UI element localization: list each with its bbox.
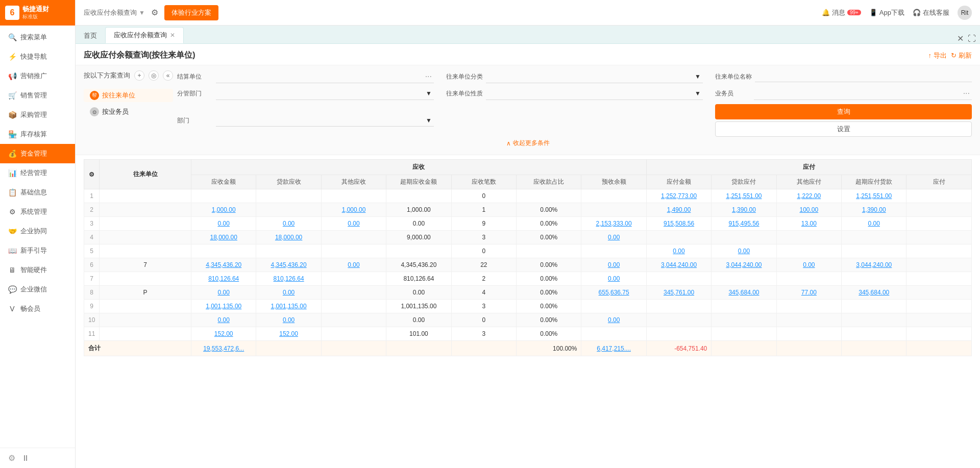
cell-row9-col2[interactable]: 0.00 bbox=[191, 313, 256, 327]
tab-home[interactable]: 首页 bbox=[76, 28, 105, 43]
sidebar-item-search[interactable]: 🔍 搜索菜单 bbox=[0, 28, 75, 47]
cell-row10-col8[interactable] bbox=[581, 327, 646, 341]
sidebar-item-management[interactable]: 📊 经营管理 bbox=[0, 163, 75, 183]
cell-row7-col8[interactable]: 655,636.75 bbox=[581, 286, 646, 300]
cell-row6-col3[interactable]: 810,126.64 bbox=[256, 272, 321, 286]
cell-row5-col8[interactable]: 0.00 bbox=[581, 258, 646, 272]
edit-scheme-btn[interactable]: ◎ bbox=[149, 70, 159, 81]
cell-row3-col11[interactable] bbox=[776, 231, 841, 244]
cell-row1-col10[interactable]: 1,390.00 bbox=[712, 203, 776, 217]
tab-close-icon[interactable]: ✕ bbox=[170, 32, 175, 39]
cell-row4-col2[interactable] bbox=[191, 244, 256, 258]
department-select[interactable]: ▼ bbox=[216, 114, 434, 127]
cell-row1-col9[interactable]: 1,490.00 bbox=[646, 203, 711, 217]
cell-row8-col3[interactable]: 1,001,135.00 bbox=[256, 300, 321, 313]
notification-action[interactable]: 🔔 消息 99+ bbox=[822, 8, 861, 17]
cell-row3-col8[interactable]: 0.00 bbox=[581, 231, 646, 244]
cell-row2-col11[interactable]: 13.00 bbox=[776, 217, 841, 231]
cell-row2-col9[interactable]: 915,508.56 bbox=[646, 217, 711, 231]
cell-row8-col4[interactable] bbox=[321, 300, 386, 313]
cell-row1-col3[interactable] bbox=[256, 203, 321, 217]
cell-row6-col4[interactable] bbox=[321, 272, 386, 286]
cell-row2-col3[interactable]: 0.00 bbox=[256, 217, 321, 231]
sidebar-item-wechat[interactable]: 💬 企业微信 bbox=[0, 280, 75, 299]
salesperson-select[interactable]: ··· bbox=[754, 87, 972, 100]
app-download-action[interactable]: 📱 App下载 bbox=[869, 8, 904, 17]
cell-row0-col10[interactable]: 1,251,551.00 bbox=[712, 189, 776, 203]
cell-row3-col4[interactable] bbox=[321, 231, 386, 244]
cell-row5-col3[interactable]: 4,345,436.20 bbox=[256, 258, 321, 272]
header-dropdown-icon[interactable]: ▼ bbox=[139, 9, 145, 16]
cell-row8-col11[interactable] bbox=[776, 300, 841, 313]
cell-row2-col4[interactable]: 0.00 bbox=[321, 217, 386, 231]
cell-row5-col4[interactable]: 0.00 bbox=[321, 258, 386, 272]
filter-collapse-btn[interactable]: ∧ 收起更多条件 bbox=[84, 137, 972, 150]
cell-row9-col4[interactable] bbox=[321, 313, 386, 327]
promo-button[interactable]: 体验行业方案 bbox=[164, 5, 218, 20]
sidebar-item-hardware[interactable]: 🖥 智能硬件 bbox=[0, 260, 75, 280]
cell-row4-col10[interactable]: 0.00 bbox=[712, 244, 776, 258]
user-avatar[interactable]: Rit bbox=[958, 6, 972, 20]
cell-row8-col9[interactable] bbox=[646, 300, 711, 313]
sidebar-item-nav[interactable]: ⚡ 快捷导航 bbox=[0, 47, 75, 66]
prev-scheme-btn[interactable]: « bbox=[163, 70, 173, 81]
sidebar-item-inventory[interactable]: 🏪 库存核算 bbox=[0, 125, 75, 144]
sidebar-item-basic-info[interactable]: 📋 基础信息 bbox=[0, 183, 75, 202]
cell-row3-col9[interactable] bbox=[646, 231, 711, 244]
dept-select[interactable]: ▼ bbox=[216, 88, 434, 100]
collapse-icon[interactable]: ⏸ bbox=[21, 454, 30, 463]
cell-row10-col9[interactable] bbox=[646, 327, 711, 341]
tab-query[interactable]: 应收应付余额查询 ✕ bbox=[105, 27, 184, 43]
unit-name-input[interactable] bbox=[755, 71, 972, 82]
settlement-dots-icon[interactable]: ··· bbox=[425, 72, 432, 81]
expand-tab-action[interactable]: ⛶ bbox=[968, 34, 976, 43]
cell-row4-col11[interactable] bbox=[776, 244, 841, 258]
cell-row4-col9[interactable]: 0.00 bbox=[646, 244, 711, 258]
cell-row9-col12[interactable] bbox=[842, 313, 906, 327]
salesperson-dots-icon[interactable]: ··· bbox=[963, 89, 970, 98]
cell-row1-col8[interactable] bbox=[581, 203, 646, 217]
cell-row0-col11[interactable]: 1,222.00 bbox=[776, 189, 841, 203]
cell-row0-col2[interactable] bbox=[191, 189, 256, 203]
sidebar-item-sales[interactable]: 🛒 销售管理 bbox=[0, 86, 75, 105]
cell-row2-col10[interactable]: 915,495.56 bbox=[712, 217, 776, 231]
cell-row2-col8[interactable]: 2,153,333.00 bbox=[581, 217, 646, 231]
sidebar-item-vip[interactable]: V 畅会员 bbox=[0, 299, 75, 318]
cell-row7-col10[interactable]: 345,684.00 bbox=[712, 286, 776, 300]
cell-row6-col8[interactable]: 0.00 bbox=[581, 272, 646, 286]
cell-row9-col10[interactable] bbox=[712, 313, 776, 327]
sidebar-item-guide[interactable]: 📖 新手引导 bbox=[0, 241, 75, 260]
filter-nav-by-salesperson[interactable]: ⊙ 按业务员 bbox=[84, 105, 173, 118]
cell-row7-col2[interactable]: 0.00 bbox=[191, 286, 256, 300]
query-button[interactable]: 查询 bbox=[715, 104, 972, 119]
cell-row6-col11[interactable] bbox=[776, 272, 841, 286]
cell-row2-col2[interactable]: 0.00 bbox=[191, 217, 256, 231]
cell-row10-col2[interactable]: 152.00 bbox=[191, 327, 256, 341]
cell-row0-col12[interactable]: 1,251,551.00 bbox=[842, 189, 906, 203]
cell-row7-col11[interactable]: 77.00 bbox=[776, 286, 841, 300]
add-scheme-btn[interactable]: + bbox=[134, 70, 144, 81]
cell-row9-col9[interactable] bbox=[646, 313, 711, 327]
cell-row7-col12[interactable]: 345,684.00 bbox=[842, 286, 906, 300]
setting-button[interactable]: 设置 bbox=[715, 121, 972, 137]
cell-row5-col10[interactable]: 3,044,240.00 bbox=[712, 258, 776, 272]
cell-row5-col11[interactable]: 0.00 bbox=[776, 258, 841, 272]
unit-category-select[interactable]: ▼ bbox=[486, 71, 703, 83]
cell-row4-col8[interactable] bbox=[581, 244, 646, 258]
cell-row6-col9[interactable] bbox=[646, 272, 711, 286]
cell-row2-col12[interactable]: 0.00 bbox=[842, 217, 906, 231]
cell-row9-col11[interactable] bbox=[776, 313, 841, 327]
cell-row1-col4[interactable]: 1,000.00 bbox=[321, 203, 386, 217]
sidebar-item-system[interactable]: ⚙ 系统管理 bbox=[0, 202, 75, 221]
cell-row4-col3[interactable] bbox=[256, 244, 321, 258]
cell-row5-col12[interactable]: 3,044,240.00 bbox=[842, 258, 906, 272]
online-service-action[interactable]: 🎧 在线客服 bbox=[913, 8, 949, 17]
sidebar-item-marketing[interactable]: 📢 营销推广 bbox=[0, 66, 75, 86]
cell-row5-col2[interactable]: 4,345,436.20 bbox=[191, 258, 256, 272]
settlement-unit-select[interactable]: ··· bbox=[216, 70, 434, 83]
footer-prepaid-bal[interactable]: 6,417,215.... bbox=[581, 341, 646, 356]
cell-row9-col3[interactable]: 0.00 bbox=[256, 313, 321, 327]
header-gear-icon[interactable]: ⚙ bbox=[151, 8, 158, 17]
close-tab-action[interactable]: ✕ bbox=[957, 34, 964, 43]
cell-row6-col12[interactable] bbox=[842, 272, 906, 286]
